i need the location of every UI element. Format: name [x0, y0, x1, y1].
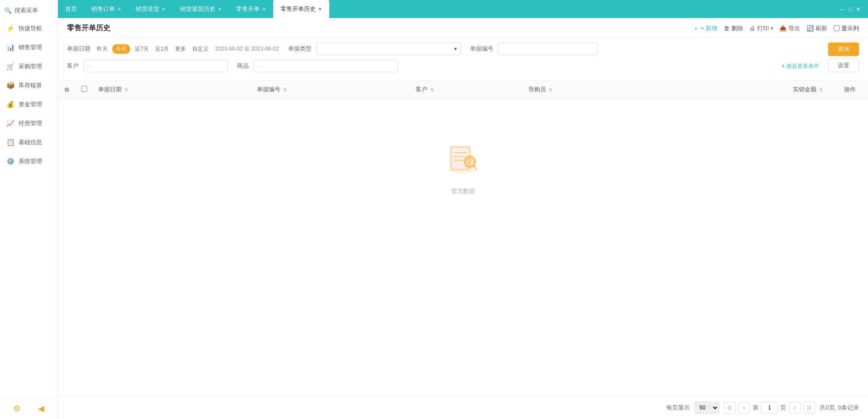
- pagination-nav: ⟨⟨ ＜ 第 页 ＞ ⟩⟩: [724, 402, 815, 414]
- tab-retail-open-history[interactable]: 零售开单历史 ✕: [273, 0, 329, 18]
- doc-no-sort-icon[interactable]: ⇅: [283, 87, 287, 92]
- tab-sales-order[interactable]: 销售订单 ✕: [84, 0, 128, 18]
- display-cols-toggle[interactable]: 显示列: [834, 24, 859, 33]
- refresh-button[interactable]: 🔄 刷新: [806, 24, 827, 33]
- query-button[interactable]: 查询: [828, 42, 859, 56]
- filter-doctype-section: 单据类型 ▾: [288, 42, 461, 55]
- docno-label: 单据编号: [470, 45, 493, 53]
- purchase-icon: 🛒: [6, 62, 15, 71]
- page-prefix-label: 第: [753, 404, 759, 412]
- print-label: 打印: [757, 24, 769, 33]
- sidebar-item-label: 基础信息: [19, 138, 42, 146]
- sidebar-item-stock-check[interactable]: 📦 库存核算: [0, 76, 57, 95]
- filter-goods-section: 商品 ···: [237, 60, 398, 72]
- th-settings[interactable]: ⚙: [58, 81, 76, 99]
- th-checkbox[interactable]: [76, 81, 93, 99]
- tab-sales-return[interactable]: 销货退货 ✕: [128, 0, 173, 18]
- th-amount[interactable]: 实销金额 ⇅: [659, 81, 832, 99]
- settings-icon[interactable]: ⚙: [13, 404, 20, 414]
- collapse-button[interactable]: ∧ 收起更多条件: [781, 62, 819, 70]
- delete-icon: 🗑: [724, 25, 730, 32]
- sidebar: 🔍 搜索采单 ⚡ 快捷导航 📊 销售管理 🛒 采购管理 📦 库存核算 💰 资金管…: [0, 0, 58, 419]
- table-header-row: ⚙ 单据日期 ⇅ 单据编号 ⇅: [58, 81, 868, 99]
- tab-retail-open-label: 零售开单: [236, 5, 260, 13]
- amount-sort-icon[interactable]: ⇅: [819, 87, 823, 92]
- sidebar-item-basic-info[interactable]: 📋 基础信息: [0, 133, 57, 152]
- tab-sales-return-history-label: 销货退货历史: [180, 5, 215, 13]
- sidebar-item-quick-nav[interactable]: ⚡ 快捷导航: [0, 19, 57, 38]
- th-actions: 操作: [832, 81, 868, 99]
- add-label: + 新增: [701, 24, 717, 33]
- customer-input[interactable]: ···: [83, 60, 228, 72]
- page-prev-button[interactable]: ＜: [738, 402, 750, 414]
- display-cols-checkbox[interactable]: [834, 25, 840, 31]
- th-doc-date[interactable]: 单据日期 ⇅: [93, 81, 251, 99]
- page-first-button[interactable]: ⟨⟨: [724, 402, 735, 414]
- basic-icon: 📋: [6, 138, 15, 146]
- select-all-checkbox[interactable]: [81, 86, 87, 92]
- collapse-arrow: ∧: [781, 63, 785, 69]
- th-customer[interactable]: 客户 ⇅: [410, 81, 523, 99]
- doc-date-sort-icon[interactable]: ⇅: [124, 87, 128, 92]
- delete-label: 删除: [731, 24, 743, 33]
- filter-settings-button[interactable]: 设置: [828, 59, 859, 72]
- doctype-label: 单据类型: [288, 45, 312, 53]
- tab-retail-open-close[interactable]: ✕: [262, 6, 266, 12]
- goods-input[interactable]: ···: [253, 60, 398, 72]
- stock-icon: 📦: [6, 81, 15, 89]
- window-minimize-icon[interactable]: —: [839, 6, 845, 13]
- collapse-sidebar-icon[interactable]: ◀: [38, 404, 44, 414]
- date-option-7days[interactable]: 近7天: [133, 44, 151, 54]
- delete-button[interactable]: 🗑 删除: [724, 24, 743, 33]
- export-button[interactable]: 📤 导出: [779, 24, 800, 33]
- tab-sales-return-close[interactable]: ✕: [161, 6, 166, 12]
- date-option-1month[interactable]: 近1月: [153, 44, 171, 54]
- tab-sales-return-history[interactable]: 销货退货历史 ✕: [173, 0, 229, 18]
- window-close-icon[interactable]: ✕: [856, 6, 861, 13]
- tab-home[interactable]: 首页: [58, 0, 84, 18]
- settings-col-icon[interactable]: ⚙: [64, 86, 70, 93]
- print-button[interactable]: 🖨 打印 ▾: [749, 24, 773, 33]
- tabs-bar: 首页 销售订单 ✕ 销货退货 ✕ 销货退货历史 ✕ 零售开单 ✕ 零售开单历史 …: [58, 0, 868, 18]
- th-guide[interactable]: 导购员 ⇅: [523, 81, 659, 99]
- date-option-more[interactable]: 更多: [173, 44, 188, 54]
- export-label: 导出: [788, 24, 800, 33]
- page-number-input[interactable]: [761, 402, 778, 414]
- th-guide-label: 导购员: [528, 86, 546, 93]
- sidebar-item-sys-mgmt[interactable]: ⚙️ 系统管理: [0, 152, 57, 171]
- doc-type-arrow: ▾: [454, 46, 457, 52]
- tab-sales-return-history-close[interactable]: ✕: [218, 6, 222, 12]
- sidebar-item-fund-mgmt[interactable]: 💰 资金管理: [0, 95, 57, 114]
- tab-sales-return-label: 销货退货: [136, 5, 159, 13]
- doc-no-input[interactable]: [498, 42, 598, 55]
- display-cols-label: 显示列: [841, 24, 859, 33]
- tab-retail-open[interactable]: 零售开单 ✕: [229, 0, 273, 18]
- sales-icon: 📊: [6, 43, 15, 52]
- guide-sort-icon[interactable]: ⇅: [549, 87, 552, 92]
- doc-type-select[interactable]: ▾: [316, 42, 461, 55]
- sidebar-item-purchase-mgmt[interactable]: 🛒 采购管理: [0, 57, 57, 76]
- add-button[interactable]: ＋ + 新增: [693, 24, 717, 33]
- empty-state: 暂无数据: [58, 99, 868, 213]
- page-next-button[interactable]: ＞: [789, 402, 801, 414]
- page-last-button[interactable]: ⟩⟩: [803, 402, 815, 414]
- customer-label: 客户: [67, 62, 79, 70]
- filter-docno-section: 单据编号: [470, 42, 598, 55]
- refresh-icon: 🔄: [806, 25, 814, 32]
- date-option-today[interactable]: 今天: [112, 44, 130, 54]
- per-page-select[interactable]: 10 20 50 100: [694, 402, 719, 414]
- tab-retail-open-history-close[interactable]: ✕: [318, 6, 322, 12]
- total-info: 共0页, 0条记录: [820, 404, 859, 412]
- sidebar-item-sales-mgmt[interactable]: 📊 销售管理: [0, 38, 57, 57]
- window-maximize-icon[interactable]: □: [849, 6, 852, 13]
- sidebar-item-ops-mgmt[interactable]: 📈 经营管理: [0, 114, 57, 133]
- date-option-custom[interactable]: 自定义: [190, 44, 210, 54]
- filter-customer-section: 客户 ···: [67, 60, 228, 72]
- tab-sales-order-close[interactable]: ✕: [117, 6, 121, 12]
- customer-sort-icon[interactable]: ⇅: [430, 87, 434, 92]
- page-title: 零售开单历史: [67, 24, 110, 33]
- sidebar-search[interactable]: 🔍 搜索采单: [0, 0, 57, 19]
- th-doc-no[interactable]: 单据编号 ⇅: [251, 81, 410, 99]
- date-option-yesterday[interactable]: 昨天: [95, 44, 109, 54]
- date-label: 单据日期: [67, 45, 90, 53]
